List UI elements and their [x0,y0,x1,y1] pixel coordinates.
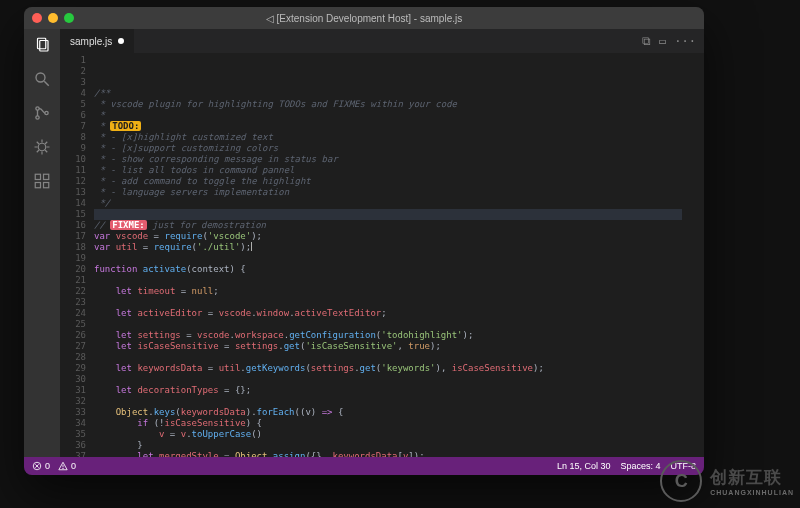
current-line-highlight [94,209,682,220]
tabs-row: sample.js ⧉ ▭ ··· [60,29,704,53]
watermark-overlay: C 创新互联 CHUANGXINHULIAN [660,460,794,502]
code-line[interactable]: * [94,110,694,121]
status-errors[interactable]: 0 [32,461,50,471]
code-line[interactable] [94,253,694,264]
title-icon: ◁ [266,13,274,24]
code-line[interactable] [94,396,694,407]
split-editor-icon[interactable]: ⧉ [642,34,651,48]
code-line[interactable]: * - language servers implementation [94,187,694,198]
code-line[interactable]: let mergedStyle = Object.assign({}, keyw… [94,451,694,457]
line-numbers-gutter: 1234567891011121314151617181920212223242… [60,53,94,457]
code-line[interactable]: * - add command to toggle the highlight [94,176,694,187]
code-line[interactable] [94,297,694,308]
code-line[interactable]: * - [x]support customizing colors [94,143,694,154]
code-line[interactable]: let isCaseSensitive = settings.get('isCa… [94,341,694,352]
svg-point-4 [36,107,39,110]
code-line[interactable] [94,352,694,363]
status-warnings[interactable]: 0 [58,461,76,471]
code-line[interactable]: let decorationTypes = {}; [94,385,694,396]
code-line[interactable]: let settings = vscode.workspace.getConfi… [94,330,694,341]
editor-pane[interactable]: 1234567891011121314151617181920212223242… [60,53,704,457]
svg-rect-0 [38,38,46,49]
svg-rect-18 [35,183,40,188]
overview-ruler[interactable] [694,53,704,457]
extensions-icon[interactable] [32,171,52,191]
code-line[interactable]: var vscode = require('vscode'); [94,231,694,242]
code-line[interactable]: * - list all todos in command pannel [94,165,694,176]
code-line[interactable]: let activeEditor = vscode.window.activeT… [94,308,694,319]
debug-icon[interactable] [32,137,52,157]
watermark-text: 创新互联 [710,468,782,487]
svg-rect-17 [44,174,49,179]
code-line[interactable]: } [94,440,694,451]
tabs-actions: ⧉ ▭ ··· [642,29,704,53]
title-bar[interactable]: ◁ [Extension Development Host] - sample.… [24,7,704,29]
svg-point-5 [36,116,39,119]
code-line[interactable]: let timeout = null; [94,286,694,297]
tab-sample-js[interactable]: sample.js [60,29,135,53]
code-line[interactable]: * vscode plugin for highlighting TODOs a… [94,99,694,110]
svg-point-6 [45,111,48,114]
window-title: ◁ [Extension Development Host] - sample.… [24,13,704,24]
code-line[interactable] [94,275,694,286]
status-line-col[interactable]: Ln 15, Col 30 [557,461,611,471]
svg-line-14 [37,150,39,152]
svg-point-2 [36,73,45,82]
text-cursor [251,242,252,251]
status-spaces[interactable]: Spaces: 4 [620,461,660,471]
code-line[interactable]: v = v.toUpperCase() [94,429,694,440]
code-line[interactable]: function activate(context) { [94,264,694,275]
code-line[interactable]: */ [94,198,694,209]
vscode-window: ◁ [Extension Development Host] - sample.… [24,7,704,475]
svg-point-24 [63,468,64,469]
editor-area: sample.js ⧉ ▭ ··· 1234567891011121314151… [60,29,704,457]
code-line[interactable]: Object.keys(keywordsData).forEach((v) =>… [94,407,694,418]
code-line[interactable]: * - show corresponding message in status… [94,154,694,165]
search-icon[interactable] [32,69,52,89]
git-icon[interactable] [32,103,52,123]
svg-point-7 [38,143,46,151]
dirty-indicator-icon [118,38,124,44]
code-line[interactable]: // FIXME: just for demostration [94,220,694,231]
code-line[interactable]: let keywordsData = util.getKeywords(sett… [94,363,694,374]
activity-bar [24,29,60,457]
code-line[interactable]: * - [x]highlight customized text [94,132,694,143]
status-bar: 0 0 Ln 15, Col 30 Spaces: 4 UTF-8 [24,457,704,475]
svg-rect-1 [40,41,48,52]
files-icon[interactable] [32,35,52,55]
code-line[interactable] [94,374,694,385]
code-content[interactable]: /** * vscode plugin for highlighting TOD… [94,53,694,457]
svg-line-3 [44,81,49,86]
watermark-subtext: CHUANGXINHULIAN [710,489,794,496]
code-line[interactable]: if (!isCaseSensitive) { [94,418,694,429]
preview-icon[interactable]: ▭ [659,34,666,48]
svg-rect-16 [35,174,40,179]
svg-rect-19 [44,183,49,188]
code-line[interactable] [94,319,694,330]
code-line[interactable]: * TODO: [94,121,694,132]
watermark-logo-icon: C [660,460,702,502]
svg-line-15 [45,142,47,144]
code-line[interactable]: /** [94,88,694,99]
more-actions-icon[interactable]: ··· [674,34,696,48]
code-line[interactable]: var util = require('./util'); [94,242,694,253]
svg-line-12 [37,142,39,144]
tab-label: sample.js [70,36,112,47]
svg-line-13 [45,150,47,152]
